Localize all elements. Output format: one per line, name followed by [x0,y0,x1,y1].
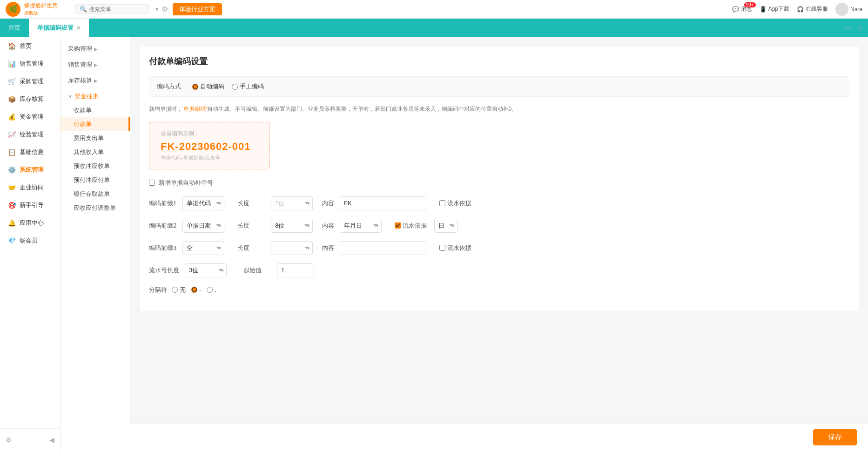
enterprise-icon: 🤝 [7,183,16,192]
serial-checkbox-row-1[interactable]: 流水依据 [439,199,471,208]
content-area: 付款单编码设置 编码方式 自动编码 手工编码 [130,37,868,423]
chevron-right-icon-3: ▶ [94,78,98,83]
separator-row: 分隔符 无 - . [149,286,849,294]
auto-encoding-option[interactable]: 自动编码 [192,82,224,91]
serial-length-row: 流水号长度 3位 4位 5位 起始值 [149,263,849,277]
sidebar-item-member[interactable]: 💎 畅会员 [0,232,60,249]
sidebar-item-home[interactable]: 🏠 首页 [0,37,60,55]
settings-icon[interactable]: ⚙ [161,5,168,13]
sub-menu-child-payment[interactable]: 付款单 [61,117,130,131]
basic-info-icon: 📋 [7,148,16,156]
sub-menu-child-prepay-offset[interactable]: 预收冲应收单 [61,159,130,173]
tab-bill-code-settings[interactable]: 单据编码设置 ✕ [29,19,89,37]
length-select-2[interactable]: 8位 6位 4位 [271,219,313,233]
settings-bottom-icon[interactable]: ⚙ [4,434,13,445]
serial-checkbox-3[interactable] [439,245,445,251]
manual-encoding-option[interactable]: 手工编码 [232,82,264,91]
length-select-1[interactable]: 2位 3位 4位 [271,196,313,210]
sidebar-item-appcenter[interactable]: 🔔 应用中心 [0,214,60,232]
minimize-button[interactable]: — [845,24,852,32]
sub-menu-child-other-income[interactable]: 其他收入单 [61,145,130,159]
prefix-select-3[interactable]: 空 单据代码 部门 [182,241,224,255]
length-select-wrap-2: 8位 6位 4位 [271,219,313,233]
search-input[interactable] [89,6,145,13]
dropdown-arrow-icon[interactable]: ▾ [155,6,159,13]
top-bar: 🌿 畅捷通好生意 旗舰版 🔍 ▾ ⚙ 体验行业方案 💬 消息 99+ 📱 App… [0,0,868,19]
sidebar-item-basic-info[interactable]: 📋 基础信息 [0,143,60,161]
encoding-method-row: 编码方式 自动编码 手工编码 [149,76,849,97]
content-label-1: 内容 [322,199,334,208]
user-avatar-area[interactable]: Nare [835,3,862,16]
sub-menu-child-receipt[interactable]: 收款单 [61,103,130,117]
separator-dash-radio[interactable] [191,287,197,293]
sidebar-item-sales[interactable]: 📊 销售管理 [0,55,60,73]
content-select-2[interactable]: 年月日 年月 年 [340,219,382,233]
sidebar-item-finance[interactable]: 💰 资金管理 [0,108,60,126]
separator-dash-option[interactable]: - [191,286,201,293]
start-value-input[interactable] [277,263,314,277]
tab-home[interactable]: 首页 [0,19,29,37]
top-bar-right: 💬 消息 99+ 📱 App下载 🎧 在线客服 Nare [732,3,862,16]
trial-button[interactable]: 体验行业方案 [173,3,222,15]
sidebar-item-purchase[interactable]: 🛒 采购管理 [0,73,60,90]
separator-none-radio[interactable] [172,287,178,293]
sidebar-item-operations[interactable]: 📈 经营管理 [0,126,60,143]
serial-length-select[interactable]: 3位 4位 5位 [185,263,227,277]
prefix-select-1[interactable]: 单据代码 部门 业务员 [182,196,224,210]
restore-button[interactable]: ⊡ [856,24,863,32]
content-input-3[interactable] [340,241,426,255]
sub-menu-group-sales: 销售管理 ▶ [61,58,130,72]
prefix-select-2[interactable]: 单据日期 单据代码 [182,219,224,233]
sidebar-item-inventory[interactable]: 📦 库存核算 [0,90,60,108]
sub-menu-header-sales[interactable]: 销售管理 ▶ [61,58,130,72]
chevron-right-icon: ▶ [94,47,98,52]
length-select-wrap-3 [271,241,313,255]
sub-menu-header-finance[interactable]: ▼ 资金往来 [61,89,130,103]
sub-menu: 采购管理 ▶ 销售管理 ▶ 库存核算 ▶ ▼ 资金往来 收款单 付款单 费用支出… [61,37,130,451]
sidebar-item-enterprise[interactable]: 🤝 企业协同 [0,179,60,196]
download-icon: 📱 [760,6,767,13]
prefix-row-2: 编码前缀2 单据日期 单据代码 长度 8位 6位 4位 [149,219,849,233]
search-bar[interactable]: 🔍 [75,4,149,14]
sub-menu-header-purchase[interactable]: 采购管理 ▶ [61,42,130,56]
length-select-3[interactable] [271,241,313,255]
serial-checkbox-2[interactable] [395,222,401,229]
serial-checkbox-row-2[interactable]: 流水依据 [395,222,427,230]
separator-dot-option[interactable]: . [207,286,216,293]
save-button[interactable]: 保存 [813,429,857,445]
collapse-sidebar-button[interactable]: ◀ [47,434,56,445]
start-value-label: 起始值 [243,266,271,275]
close-tab-icon[interactable]: ✕ [76,25,81,31]
auto-fill-checkbox[interactable] [149,180,155,186]
encoding-radio-group: 自动编码 手工编码 [192,82,264,91]
purchase-icon: 🛒 [7,77,16,86]
sub-menu-child-bank-deposit[interactable]: 银行存取款单 [61,187,130,201]
sidebar-bottom: ⚙ ◀ [0,428,60,451]
tab-bar: 首页 单据编码设置 ✕ — ⊡ [0,19,868,37]
code-preview-value: FK-20230602-001 [161,141,258,153]
content-select-wrap-2: 年月日 年月 年 [340,219,382,233]
sub-menu-child-advance-offset[interactable]: 预付冲应付单 [61,173,130,187]
sub-menu-child-expense[interactable]: 费用支出单 [61,131,130,145]
chevron-right-icon-2: ▶ [94,62,98,67]
auto-fill-label[interactable]: 新增单据自动补空号 [159,179,213,187]
serial-checkbox-1[interactable] [439,200,445,206]
message-button[interactable]: 💬 消息 99+ [732,5,752,13]
separator-dot-radio[interactable] [207,287,213,293]
auto-encoding-radio[interactable] [192,84,198,90]
sub-menu-child-ar-ap-adjust[interactable]: 应收应付调整单 [61,201,130,215]
sidebar-item-system[interactable]: ⚙️ 系统管理 [0,161,60,179]
serial-length-select-wrap: 3位 4位 5位 [185,263,227,277]
content-label-2: 内容 [322,222,334,230]
sub-menu-header-inventory[interactable]: 库存核算 ▶ [61,74,130,88]
manual-encoding-radio[interactable] [232,84,238,90]
serial-checkbox-row-3[interactable]: 流水依据 [439,244,471,252]
content-input-1[interactable] [340,196,426,210]
separator-none-option[interactable]: 无 [172,286,186,294]
length-select-wrap-1: 2位 3位 4位 [271,196,313,210]
serial-unit-select-2[interactable]: 日 月 年 [434,219,458,233]
finance-icon: 💰 [7,113,16,121]
sidebar-item-guide[interactable]: 🎯 新手引导 [0,196,60,214]
app-download-button[interactable]: 📱 App下载 [760,5,789,13]
online-service-button[interactable]: 🎧 在线客服 [797,5,828,13]
